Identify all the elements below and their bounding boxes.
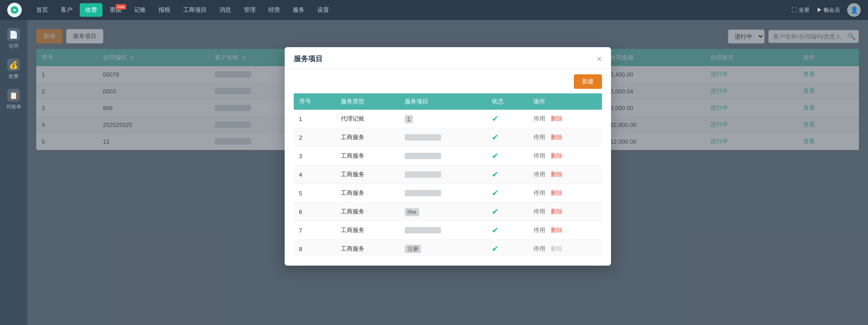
modal-cell-action: 停用 删除 [528, 147, 601, 165]
modal-cell-status: ✔ [486, 110, 528, 128]
billing-icon: 💰 [7, 58, 20, 71]
modal-cell-type: 工商服务 [335, 240, 399, 257]
nav-operation[interactable]: 经营 [263, 3, 286, 17]
status-check-icon: ✔ [492, 207, 499, 216]
stop-button[interactable]: 停用 [533, 152, 545, 159]
stop-button[interactable]: 停用 [533, 189, 545, 196]
nav-bookkeeping[interactable]: 记账 [129, 3, 151, 17]
modal-cell-type: 工商服务 [335, 165, 399, 184]
modal-cell-type: 工商服务 [335, 203, 399, 221]
status-check-icon: ✔ [492, 226, 499, 235]
delete-button[interactable]: 删除 [551, 134, 563, 141]
modal-cell-type: 工商服务 [335, 128, 399, 147]
modal-body: 新建 序号 服务类型 服务项目 状态 操作 [285, 69, 611, 266]
modal-cell-status: ✔ [486, 165, 528, 184]
modal-cell-item [399, 165, 486, 184]
modal-cell-item [399, 128, 486, 147]
modal-table-row: 1 代理记账 1 ✔ 停用 删除 [294, 110, 602, 128]
modal-col-no: 序号 [294, 93, 335, 110]
contract-icon: 📄 [7, 28, 20, 41]
stop-button[interactable]: 停用 [533, 171, 545, 178]
nav-biz-project[interactable]: 工商项目 [178, 3, 212, 17]
new-badge: new [116, 4, 126, 10]
modal-cell-item [399, 184, 486, 203]
sidebar-item-reconcile[interactable]: 📋 对账单 [1, 85, 26, 114]
status-check-icon: ✔ [492, 114, 499, 123]
modal-cell-no: 3 [294, 147, 335, 165]
nav-manage[interactable]: 管理 [238, 3, 261, 17]
delete-button[interactable]: 删除 [551, 115, 563, 122]
modal-cell-action: 停用 删除 [528, 165, 601, 184]
fullscreen-btn[interactable]: ⛶ 全屏 [791, 6, 809, 14]
modal-cell-type: 工商服务 [335, 184, 399, 203]
modal-table-scroll[interactable]: 序号 服务类型 服务项目 状态 操作 1 代理记账 1 ✔ 停用 [294, 93, 602, 257]
modal-col-type: 服务类型 [335, 93, 399, 110]
modal-table-row: 7 工商服务 ✔ 停用 删除 [294, 221, 602, 240]
modal-title: 服务项目 [294, 54, 323, 64]
modal-cell-item: Ithe [399, 203, 486, 221]
modal-cell-status: ✔ [486, 240, 528, 257]
modal-cell-action: 停用 删除 [528, 128, 601, 147]
stop-button[interactable]: 停用 [533, 115, 545, 122]
modal-table-row: 5 工商服务 ✔ 停用 删除 [294, 184, 602, 203]
nav-items: 首页 客户 收费 票据 new 记账 报税 工商项目 消息 管理 经营 服务 设… [31, 3, 791, 17]
status-check-icon: ✔ [492, 151, 499, 160]
modal-cell-no: 5 [294, 184, 335, 203]
nav-service[interactable]: 服务 [287, 3, 310, 17]
modal-col-item: 服务项目 [399, 93, 486, 110]
modal-cell-no: 6 [294, 203, 335, 221]
modal-cell-type: 工商服务 [335, 221, 399, 240]
modal-close-button[interactable]: × [597, 54, 602, 64]
nav-settings[interactable]: 设置 [312, 3, 335, 17]
modal-cell-action: 停用 删除 [528, 240, 601, 257]
modal-col-status: 状态 [486, 93, 528, 110]
nav-invoice[interactable]: 票据 new [104, 3, 127, 17]
modal-cell-status: ✔ [486, 147, 528, 165]
modal-cell-status: ✔ [486, 184, 528, 203]
reconcile-icon: 📋 [7, 89, 20, 102]
stop-button[interactable]: 停用 [533, 134, 545, 141]
app-logo [7, 3, 22, 17]
modal-table-row: 4 工商服务 ✔ 停用 删除 [294, 165, 602, 184]
modal-table: 序号 服务类型 服务项目 状态 操作 1 代理记账 1 ✔ 停用 [294, 93, 602, 257]
member-btn[interactable]: ▶ 畅会员 [817, 6, 840, 14]
sidebar-item-billing[interactable]: 💰 收费 [1, 55, 26, 83]
service-items-modal: 服务项目 × 新建 序号 服务类型 服务项目 [285, 47, 611, 266]
nav-customer[interactable]: 客户 [55, 3, 78, 17]
modal-cell-type: 代理记账 [335, 110, 399, 128]
modal-new-button[interactable]: 新建 [574, 74, 602, 89]
modal-table-row: 2 工商服务 ✔ 停用 删除 [294, 128, 602, 147]
delete-button[interactable]: 删除 [551, 208, 563, 215]
avatar[interactable]: 👤 [847, 3, 861, 17]
modal-cell-action: 停用 删除 [528, 203, 601, 221]
modal-cell-no: 1 [294, 110, 335, 128]
delete-button[interactable]: 删除 [551, 171, 563, 178]
stop-button[interactable]: 停用 [533, 227, 545, 233]
modal-table-row: 6 工商服务 Ithe ✔ 停用 删除 [294, 203, 602, 221]
main-layout: 📄 合同 💰 收费 📋 对账单 新增 服务项目 进行中 已完成 已取消 [0, 20, 868, 325]
delete-button[interactable]: 删除 [551, 152, 563, 159]
modal-overlay[interactable]: 服务项目 × 新建 序号 服务类型 服务项目 [27, 20, 868, 325]
modal-cell-item [399, 221, 486, 240]
stop-button[interactable]: 停用 [533, 208, 545, 215]
stop-button[interactable]: 停用 [533, 245, 545, 252]
modal-cell-status: ✔ [486, 221, 528, 240]
modal-col-action: 操作 [528, 93, 601, 110]
sidebar-item-contract[interactable]: 📄 合同 [1, 24, 26, 53]
nav-billing[interactable]: 收费 [80, 3, 102, 17]
nav-tax[interactable]: 报税 [153, 3, 176, 17]
sidebar: 📄 合同 💰 收费 📋 对账单 [0, 20, 27, 325]
delete-button[interactable]: 删除 [551, 227, 563, 233]
sidebar-label-billing: 收费 [9, 73, 19, 80]
delete-button: 删除 [551, 245, 563, 252]
modal-cell-item: 1 [399, 110, 486, 128]
nav-home[interactable]: 首页 [31, 3, 53, 17]
modal-cell-no: 4 [294, 165, 335, 184]
modal-toolbar: 新建 [294, 74, 602, 89]
delete-button[interactable]: 删除 [551, 189, 563, 196]
modal-cell-item: 注册 [399, 240, 486, 257]
modal-cell-no: 2 [294, 128, 335, 147]
top-navigation: 首页 客户 收费 票据 new 记账 报税 工商项目 消息 管理 经营 服务 设… [0, 0, 868, 20]
modal-table-row: 3 工商服务 ✔ 停用 删除 [294, 147, 602, 165]
nav-message[interactable]: 消息 [214, 3, 237, 17]
